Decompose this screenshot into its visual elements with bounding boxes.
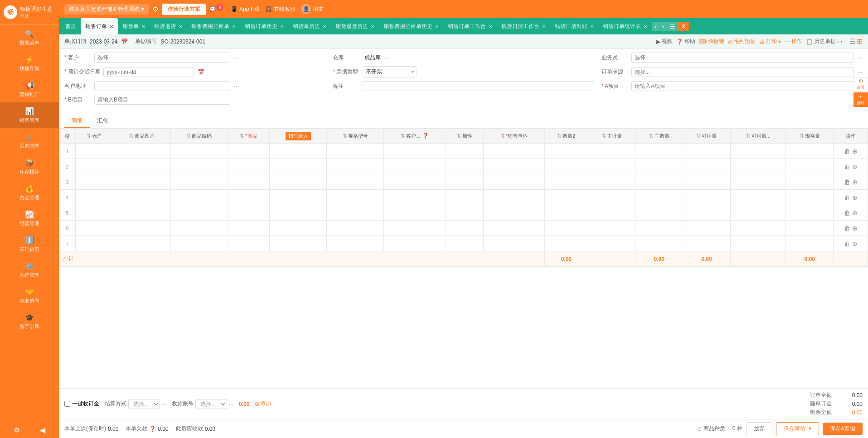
table-cell[interactable] bbox=[113, 174, 170, 190]
table-cell[interactable] bbox=[786, 221, 834, 236]
table-cell[interactable] bbox=[786, 236, 834, 251]
sidebar-item-marketing[interactable]: 📢 营销推广 bbox=[0, 77, 59, 102]
tab-close-icon[interactable]: ✕ bbox=[280, 24, 284, 29]
table-cell[interactable] bbox=[170, 205, 228, 221]
order-source-input[interactable] bbox=[631, 67, 854, 77]
table-cell[interactable] bbox=[683, 174, 731, 190]
table-cell[interactable] bbox=[588, 221, 635, 236]
table-cell[interactable] bbox=[683, 236, 731, 251]
table-cell[interactable] bbox=[588, 236, 635, 251]
tab-close-icon[interactable]: ✕ bbox=[489, 24, 492, 29]
table-cell[interactable] bbox=[588, 174, 635, 190]
table-cell[interactable] bbox=[786, 190, 834, 205]
table-cell[interactable] bbox=[113, 144, 170, 159]
table-cell[interactable] bbox=[384, 174, 446, 190]
delete-icon[interactable]: 🗑 bbox=[844, 240, 850, 247]
table-cell[interactable] bbox=[635, 159, 683, 174]
table-cell[interactable] bbox=[446, 190, 483, 205]
table-cell[interactable] bbox=[76, 205, 113, 221]
sidebar-item-basic-info[interactable]: ℹ️ 基础信息 bbox=[0, 231, 59, 257]
a-project-input[interactable] bbox=[631, 81, 863, 91]
tab-menu-btn[interactable]: ☰ bbox=[667, 22, 678, 31]
table-cell[interactable] bbox=[786, 144, 834, 159]
delivery-date-input[interactable] bbox=[103, 67, 194, 77]
sidebar-item-inventory[interactable]: 📦 库存核算 bbox=[0, 154, 59, 180]
table-cell[interactable] bbox=[113, 159, 170, 174]
tab-close-icon[interactable]: ✕ bbox=[179, 24, 182, 29]
table-cell[interactable] bbox=[228, 236, 269, 251]
account-more-icon[interactable]: ··· bbox=[229, 401, 233, 407]
table-cell[interactable] bbox=[170, 144, 228, 159]
table-cell[interactable] bbox=[170, 159, 228, 174]
table-cell[interactable] bbox=[76, 190, 113, 205]
table-cell[interactable] bbox=[484, 236, 545, 251]
table-cell[interactable] bbox=[384, 205, 446, 221]
profit-forecast-action[interactable]: ◎ 毛利预估 bbox=[728, 38, 756, 45]
delete-icon[interactable]: 🗑 bbox=[844, 148, 850, 155]
table-cell[interactable] bbox=[730, 190, 786, 205]
table-cell[interactable] bbox=[327, 144, 384, 159]
sidebar-item-quicknav[interactable]: ⚡ 快捷导航 bbox=[0, 51, 59, 77]
add-material-btn[interactable]: + 物料 bbox=[853, 92, 868, 107]
table-cell[interactable] bbox=[683, 144, 731, 159]
address-more-icon[interactable]: ··· bbox=[234, 82, 239, 90]
customer-more-icon[interactable]: ··· bbox=[234, 54, 239, 61]
table-cell[interactable] bbox=[384, 159, 446, 174]
table-cell[interactable] bbox=[384, 236, 446, 251]
table-cell[interactable] bbox=[446, 159, 483, 174]
table-cell[interactable] bbox=[635, 205, 683, 221]
tab-cash-goods-reconcile[interactable]: 钱货日清对账 ✕ bbox=[550, 18, 598, 34]
tab-return-history[interactable]: 销货退货历史 ✕ bbox=[331, 18, 379, 34]
tab-sales-order-history[interactable]: 销售订单历史 ✕ bbox=[240, 18, 288, 34]
table-cell[interactable] bbox=[545, 159, 588, 174]
tab-close-icon[interactable]: ✕ bbox=[141, 24, 145, 29]
table-cell[interactable] bbox=[484, 159, 545, 174]
settings-icon[interactable]: ⚙ bbox=[152, 5, 159, 14]
settings-bottom-icon[interactable]: ⚙ bbox=[14, 426, 20, 434]
table-cell[interactable] bbox=[786, 174, 834, 190]
table-cell[interactable] bbox=[446, 221, 483, 236]
table-cell[interactable] bbox=[484, 174, 545, 190]
table-cell[interactable] bbox=[635, 221, 683, 236]
settings-panel-btn[interactable]: ⚙ 设置 bbox=[853, 77, 868, 91]
copy-icon[interactable]: ⊕ bbox=[852, 225, 858, 232]
table-cell[interactable] bbox=[730, 159, 786, 174]
tab-sales-order[interactable]: 销售订单 ✕ bbox=[81, 18, 118, 34]
order-source-more-icon[interactable]: ··· bbox=[857, 68, 863, 76]
table-cell[interactable] bbox=[730, 144, 786, 159]
b-project-input[interactable] bbox=[94, 95, 230, 105]
table-cell[interactable] bbox=[683, 159, 731, 174]
tab-close-icon[interactable]: ✕ bbox=[644, 24, 647, 29]
sidebar-item-sales[interactable]: 📊 销售管理 bbox=[0, 102, 59, 128]
table-cell[interactable] bbox=[635, 190, 683, 205]
table-cell[interactable] bbox=[635, 174, 683, 190]
delete-icon[interactable]: 🗑 bbox=[844, 209, 850, 217]
tab-home[interactable]: 首页 bbox=[61, 18, 81, 34]
table-cell[interactable] bbox=[384, 221, 446, 236]
table-cell[interactable] bbox=[113, 221, 170, 236]
system-selector[interactable]: 装备及固定资产辅助管理系统 ▾ bbox=[64, 4, 149, 14]
copy-icon[interactable]: ⊕ bbox=[852, 194, 858, 201]
table-cell[interactable] bbox=[270, 174, 327, 190]
table-cell[interactable] bbox=[270, 159, 327, 174]
detail-tab-huizong[interactable]: 汇总 bbox=[90, 114, 115, 128]
save-new-button[interactable]: 保存&新增 bbox=[823, 423, 863, 435]
tab-close-icon[interactable]: ✕ bbox=[590, 24, 594, 29]
add-payment-btn[interactable]: ⊕ 添加 bbox=[255, 400, 271, 408]
sidebar-item-guide[interactable]: 🎓 新手引导 bbox=[0, 309, 59, 335]
table-cell[interactable] bbox=[228, 159, 269, 174]
table-cell[interactable] bbox=[730, 236, 786, 251]
tab-sales-invoice-history[interactable]: 销货单历史 ✕ bbox=[288, 18, 331, 34]
table-cell[interactable] bbox=[446, 144, 483, 159]
discard-button[interactable]: 放弃 bbox=[746, 422, 772, 435]
online-service-item[interactable]: 🎧 在线客服 bbox=[265, 5, 296, 13]
table-cell[interactable] bbox=[113, 205, 170, 221]
invoice-type-select[interactable]: 不开票 ▾ bbox=[363, 66, 417, 77]
sidebar-item-management[interactable]: 📈 经营管理 bbox=[0, 206, 59, 231]
tab-next-btn[interactable]: › bbox=[659, 22, 667, 31]
tab-close-icon[interactable]: ✕ bbox=[323, 24, 326, 29]
table-cell[interactable] bbox=[786, 205, 834, 221]
warehouse-more-icon[interactable]: ··· bbox=[384, 54, 390, 61]
table-cell[interactable] bbox=[76, 221, 113, 236]
history-nav-right[interactable]: › bbox=[840, 39, 842, 45]
